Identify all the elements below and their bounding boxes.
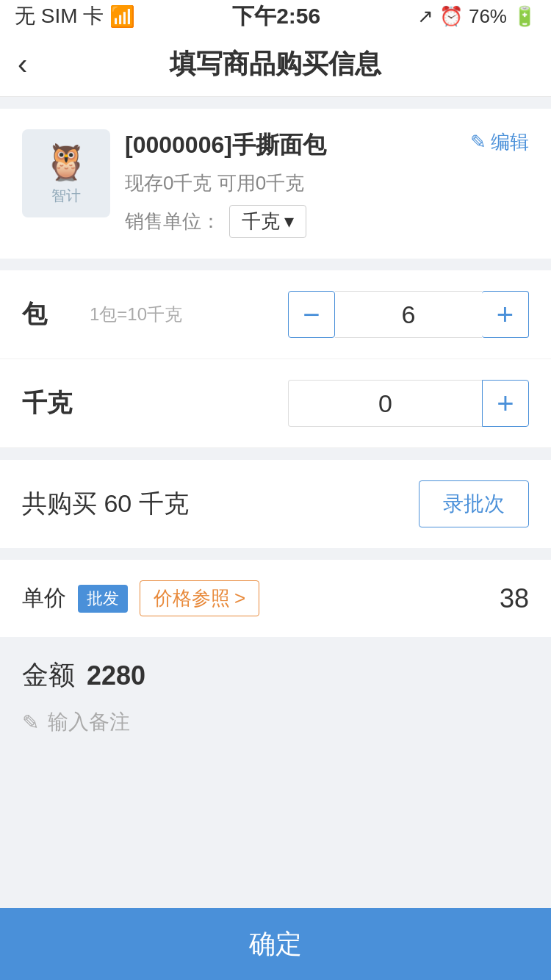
qty-input-bao[interactable] <box>335 291 482 338</box>
location-icon: ↗ <box>417 5 433 28</box>
battery-status: 76% <box>469 5 507 28</box>
quantity-row-kg: 千克 + <box>0 359 551 448</box>
price-label: 单价 <box>22 583 66 613</box>
qty-label-bao: 包 <box>22 298 81 331</box>
quantity-row-bao: 包 1包=10千克 − + <box>0 270 551 359</box>
plus-button-bao[interactable]: + <box>482 291 529 338</box>
record-batch-button[interactable]: 录批次 <box>419 480 529 527</box>
quantity-controls-kg: + <box>288 380 529 427</box>
bottom-spacer <box>0 751 551 839</box>
amount-row: 金额 2280 <box>22 657 529 693</box>
brand-text: 智计 <box>51 186 81 206</box>
back-button[interactable]: ‹ <box>18 48 27 81</box>
status-right: ↗ ⏰ 76% 🔋 <box>417 5 536 28</box>
amount-value: 2280 <box>87 660 145 691</box>
product-name: [0000006]手撕面包 <box>125 129 529 162</box>
amount-section: 金额 2280 ✎ 输入备注 <box>0 637 551 751</box>
product-card: 🦉 智计 [0000006]手撕面包 现存0千克 可用0千克 销售单位： 千克 … <box>0 109 551 259</box>
amount-label: 金额 <box>22 657 75 693</box>
unit-select[interactable]: 千克 ▾ <box>229 205 306 238</box>
product-stock: 现存0千克 可用0千克 <box>125 170 529 196</box>
alarm-icon: ⏰ <box>439 5 463 28</box>
wifi-icon: 📶 <box>109 4 135 29</box>
page-title: 填写商品购买信息 <box>170 46 381 82</box>
product-unit: 销售单位： 千克 ▾ <box>125 205 529 238</box>
owl-icon: 🦉 <box>44 142 88 183</box>
status-left: 无 SIM 卡 📶 <box>15 2 135 30</box>
remark-row[interactable]: ✎ 输入备注 <box>22 708 529 736</box>
nav-bar: ‹ 填写商品购买信息 <box>0 32 551 97</box>
remark-input[interactable]: 输入备注 <box>48 708 130 736</box>
quantity-section: 包 1包=10千克 − + 千克 + <box>0 270 551 448</box>
price-tag: 批发 <box>78 585 128 613</box>
status-bar: 无 SIM 卡 📶 下午2:56 ↗ ⏰ 76% 🔋 <box>0 0 551 32</box>
total-row: 共购买 60 千克 录批次 <box>0 460 551 548</box>
edit-icon: ✎ <box>470 131 486 154</box>
qty-label-kg: 千克 <box>22 386 81 420</box>
price-ref-arrow: > <box>234 587 245 610</box>
unit-value: 千克 <box>242 209 280 234</box>
status-time: 下午2:56 <box>232 1 320 32</box>
price-section: 单价 批发 价格参照 > 38 <box>0 560 551 637</box>
price-row: 单价 批发 价格参照 > 38 <box>22 580 529 616</box>
product-logo: 🦉 智计 <box>44 142 88 206</box>
dropdown-icon: ▾ <box>284 210 294 233</box>
total-text: 共购买 60 千克 <box>22 487 189 521</box>
plus-button-kg[interactable]: + <box>482 380 529 427</box>
price-value: 38 <box>500 583 529 614</box>
battery-icon: 🔋 <box>513 5 536 28</box>
pencil-icon: ✎ <box>22 710 39 735</box>
price-ref-label: 价格参照 <box>154 586 230 611</box>
minus-button-bao[interactable]: − <box>288 291 335 338</box>
edit-button[interactable]: ✎ 编辑 <box>470 129 529 155</box>
product-image: 🦉 智计 <box>22 129 110 217</box>
edit-label: 编辑 <box>491 129 529 155</box>
unit-label: 销售单位： <box>125 209 220 234</box>
product-info: [0000006]手撕面包 现存0千克 可用0千克 销售单位： 千克 ▾ <box>125 129 529 238</box>
quantity-controls-bao: − + <box>288 291 529 338</box>
confirm-button[interactable]: 确定 <box>0 908 551 980</box>
sim-status: 无 SIM 卡 <box>15 2 104 30</box>
qty-input-kg[interactable] <box>288 380 482 427</box>
price-reference-button[interactable]: 价格参照 > <box>140 580 259 616</box>
qty-hint-bao: 1包=10千克 <box>90 303 288 326</box>
